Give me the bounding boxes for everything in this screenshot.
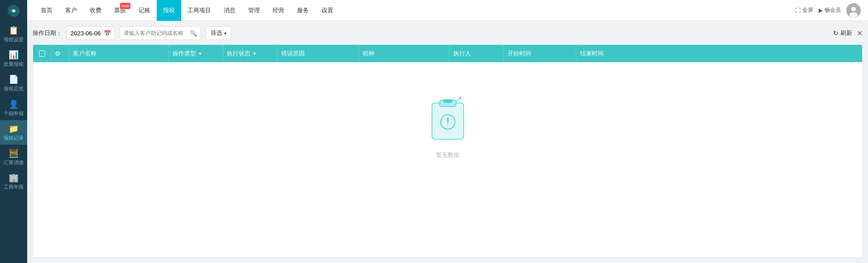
member-label: 畅会员 xyxy=(825,6,841,14)
svg-point-10 xyxy=(447,124,448,125)
sidebar-label-huisuan-jiaona: 汇算清缴 xyxy=(4,160,24,166)
fullscreen-icon: ⛶ xyxy=(795,7,801,14)
topnav-label-jingying: 经营 xyxy=(273,6,284,15)
settings-icon: ⚙ xyxy=(55,50,61,57)
topnav-label-home: 首页 xyxy=(41,6,53,15)
sort-icon-operation: ▼ xyxy=(198,51,202,56)
refresh-label: 刷新 xyxy=(840,29,852,37)
empty-state: 暂无数据 xyxy=(33,62,862,177)
sidebar-item-piliang-baoshui[interactable]: 📊 批量报税 xyxy=(0,46,27,71)
toolbar-right: ↻ 刷新 ✕ xyxy=(833,29,863,38)
sort-icon-status: ▼ xyxy=(252,51,257,56)
topnav-item-baoshui[interactable]: 报税 xyxy=(157,0,181,21)
th-settings: ⚙ xyxy=(51,45,69,62)
th-end-time-label: 结束时间 xyxy=(580,49,604,58)
table-body: 暂无数据 xyxy=(33,62,862,255)
search-box[interactable]: 🔍 xyxy=(120,26,201,40)
main-area: 首页客户收费票据new记账报税工商项目消息管理经营服务设置 ⛶ 全屏 ▶ 畅会员 xyxy=(27,0,868,263)
th-tax-type: 税种 xyxy=(359,45,450,62)
search-input[interactable] xyxy=(124,30,187,36)
svg-marker-12 xyxy=(459,96,462,99)
sidebar-icon-piliang-baoshui: 📊 xyxy=(9,50,19,60)
close-button[interactable]: ✕ xyxy=(857,29,863,38)
sidebar-label-piliang-baoshui: 批量报税 xyxy=(4,61,24,67)
refresh-icon: ↻ xyxy=(833,29,839,37)
topnav-item-gongshang[interactable]: 工商项目 xyxy=(181,0,217,21)
sidebar-item-huisuan-jiaona[interactable]: 🧮 汇算清缴 xyxy=(0,145,27,169)
topnav-item-shezhi[interactable]: 设置 xyxy=(315,0,340,21)
topnav-label-customer: 客户 xyxy=(65,6,77,15)
avatar[interactable] xyxy=(846,3,861,18)
topnav-item-jizh[interactable]: 记账 xyxy=(132,0,157,21)
sidebar-label-geshuishenbao: 个税申报 xyxy=(4,111,24,117)
th-operation-type[interactable]: 操作类型 ▼ xyxy=(169,45,223,62)
topnav-label-xiaoxi: 消息 xyxy=(224,6,235,15)
topnav-label-gongshang: 工商项目 xyxy=(187,6,211,15)
empty-illustration xyxy=(421,89,475,144)
sidebar-label-baoshui-shezhi: 报税设置 xyxy=(4,37,24,43)
sidebar-logo xyxy=(0,0,27,22)
table-container: ⚙ 客户名称 操作类型 ▼ 执行状态 ▼ 错误原因 税种 xyxy=(33,44,863,258)
topnav-label-shoufei: 收费 xyxy=(90,6,101,15)
table-header: ⚙ 客户名称 操作类型 ▼ 执行状态 ▼ 错误原因 税种 xyxy=(33,45,862,62)
sidebar: 📋 报税设置 📊 批量报税 📄 报税总览 👤 个税申报 📁 报税记录 🧮 汇算清… xyxy=(0,0,27,263)
topnav-item-xiaoxi[interactable]: 消息 xyxy=(217,0,242,21)
member-icon: ▶ xyxy=(819,7,823,14)
topnav: 首页客户收费票据new记账报税工商项目消息管理经营服务设置 ⛶ 全屏 ▶ 畅会员 xyxy=(27,0,868,21)
sidebar-label-gongshang-nianbao: 工商年报 xyxy=(4,184,24,190)
empty-text: 暂无数据 xyxy=(436,151,460,159)
select-all-checkbox[interactable] xyxy=(39,50,45,57)
sidebar-item-baoshui-zonlan[interactable]: 📄 报税总览 xyxy=(0,71,27,95)
date-input[interactable]: 2023-06-06 📅 xyxy=(67,26,115,40)
topnav-label-jizh: 记账 xyxy=(139,6,150,15)
th-client-name: 客户名称 xyxy=(69,45,169,62)
sidebar-item-baoshui-jilu[interactable]: 📁 报税记录 xyxy=(0,120,27,145)
svg-point-3 xyxy=(851,7,856,11)
th-client-name-label: 客户名称 xyxy=(73,49,96,58)
th-error-reason: 错误原因 xyxy=(278,45,359,62)
svg-point-4 xyxy=(849,12,858,18)
topnav-item-piao[interactable]: 票据new xyxy=(108,0,132,21)
refresh-button[interactable]: ↻ 刷新 xyxy=(833,29,852,37)
topnav-item-guanli[interactable]: 管理 xyxy=(242,0,266,21)
th-error-reason-label: 错误原因 xyxy=(281,49,305,58)
svg-rect-7 xyxy=(443,99,452,103)
topnav-item-shoufei[interactable]: 收费 xyxy=(83,0,108,21)
sidebar-item-geshuishenbao[interactable]: 👤 个税申报 xyxy=(0,96,27,120)
filter-button[interactable]: 筛选 ▾ xyxy=(206,26,231,40)
topnav-item-jingying[interactable]: 经营 xyxy=(266,0,291,21)
topnav-item-customer[interactable]: 客户 xyxy=(59,0,83,21)
sidebar-label-baoshui-jilu: 报税记录 xyxy=(4,135,24,141)
sidebar-icon-baoshui-shezhi: 📋 xyxy=(9,25,19,35)
topnav-label-guanli: 管理 xyxy=(248,6,260,15)
th-execution-status[interactable]: 执行状态 ▼ xyxy=(223,45,278,62)
topnav-item-fuwu[interactable]: 服务 xyxy=(291,0,315,21)
fullscreen-btn[interactable]: ⛶ 全屏 xyxy=(795,6,813,14)
sidebar-item-baoshui-shezhi[interactable]: 📋 报税设置 xyxy=(0,22,27,46)
fullscreen-label: 全屏 xyxy=(802,6,813,14)
sidebar-icon-baoshui-jilu: 📁 xyxy=(9,124,19,134)
filter-label: 筛选 xyxy=(211,29,222,37)
calendar-icon: 📅 xyxy=(104,30,111,37)
th-checkbox[interactable] xyxy=(33,45,51,62)
member-btn[interactable]: ▶ 畅会员 xyxy=(819,6,841,14)
sidebar-item-gongshang-nianbao[interactable]: 🏢 工商年报 xyxy=(0,169,27,194)
th-tax-type-label: 税种 xyxy=(363,49,374,58)
th-end-time: 结束时间 xyxy=(576,45,649,62)
sidebar-icon-baoshui-zonlan: 📄 xyxy=(9,74,19,84)
th-start-time: 开始时间 xyxy=(504,45,576,62)
topnav-label-baoshui: 报税 xyxy=(163,6,175,15)
sidebar-icon-gongshang-nianbao: 🏢 xyxy=(9,173,19,183)
topnav-item-home[interactable]: 首页 xyxy=(34,0,59,21)
topnav-label-fuwu: 服务 xyxy=(297,6,309,15)
toolbar: 操作日期： 2023-06-06 📅 🔍 筛选 ▾ ↻ 刷新 ✕ xyxy=(33,26,863,40)
sidebar-label-baoshui-zonlan: 报税总览 xyxy=(4,86,24,92)
sidebar-icon-geshuishenbao: 👤 xyxy=(9,99,19,109)
search-icon: 🔍 xyxy=(190,30,197,37)
th-execution-status-label: 执行状态 xyxy=(227,49,250,58)
th-executor-label: 执行人 xyxy=(453,49,471,58)
content: 操作日期： 2023-06-06 📅 🔍 筛选 ▾ ↻ 刷新 ✕ xyxy=(27,21,868,263)
topnav-right: ⛶ 全屏 ▶ 畅会员 xyxy=(795,3,861,18)
date-value: 2023-06-06 xyxy=(71,30,101,37)
sidebar-icon-huisuan-jiaona: 🧮 xyxy=(9,148,19,158)
